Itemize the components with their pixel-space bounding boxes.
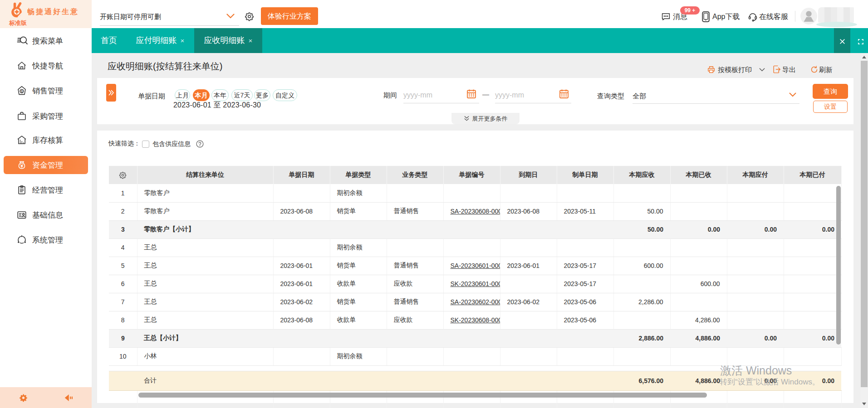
svg-text:$: $ <box>21 89 23 93</box>
